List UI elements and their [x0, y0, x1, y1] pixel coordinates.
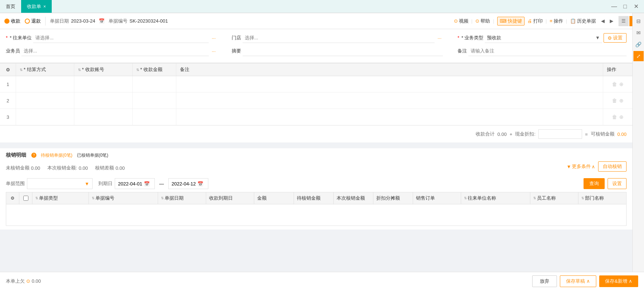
partner-more-btn[interactable]: ··· — [210, 35, 217, 41]
row-2-amount[interactable] — [133, 93, 176, 109]
discount-input[interactable] — [538, 129, 582, 139]
form-settings-btn[interactable]: ⚙ 设置 — [604, 33, 627, 43]
close-button[interactable]: ✕ — [631, 1, 641, 12]
bth-check[interactable] — [19, 192, 32, 204]
row-1-delete-icon[interactable]: 🗑 — [612, 81, 617, 87]
select-all-checkbox[interactable] — [23, 196, 28, 201]
radio-receipt[interactable]: 收款 — [4, 18, 20, 24]
partner-input[interactable] — [33, 33, 209, 43]
row-2-note[interactable] — [176, 93, 603, 109]
bottom-value: 0.00 — [32, 278, 41, 284]
shortcut-btn[interactable]: ⌨ 快捷键 — [497, 17, 525, 26]
help-label: 帮助 — [480, 18, 490, 24]
hexiao-done-tab[interactable]: 已核销单据(0笔) — [77, 152, 109, 158]
date-from-picker[interactable]: 2022-04-01 📅 — [115, 178, 155, 189]
view-list-btn[interactable]: ☰ — [619, 16, 629, 26]
staff-more-btn[interactable]: ··· — [210, 48, 217, 54]
radio-receipt-label: 收款 — [11, 18, 20, 24]
right-sidebar: ⊟ ✉ 🔗 ⤢ — [632, 13, 644, 272]
nav-prev[interactable]: ◀ — [599, 17, 607, 25]
history-icon: 📋 — [570, 18, 576, 24]
row-2-delete-icon[interactable]: 🗑 — [612, 98, 617, 103]
tab-home[interactable]: 首页 — [0, 0, 21, 13]
sidebar-table-icon[interactable]: ⊟ — [633, 16, 644, 26]
row-2-account[interactable] — [74, 93, 133, 109]
row-1-method[interactable] — [16, 76, 74, 92]
hexiao-title: 核销明细 — [6, 152, 26, 158]
date-label: 单据日期 — [50, 18, 69, 24]
sidebar-link-icon[interactable]: 🔗 — [633, 39, 644, 50]
sidebar-expand-icon[interactable]: ⤢ — [633, 51, 644, 61]
tab-current[interactable]: 收款单 × — [21, 0, 52, 13]
maximize-button[interactable]: □ — [620, 1, 630, 12]
row-3-method[interactable] — [16, 109, 74, 125]
range-select[interactable]: ▼ — [27, 178, 93, 189]
nav-next[interactable]: ▶ — [608, 17, 616, 25]
radio-refund-label: 退款 — [31, 18, 41, 24]
help-btn[interactable]: ⊙ 帮助 — [475, 18, 490, 24]
bottom-info-icon[interactable]: ⊙ — [26, 278, 30, 284]
main-toolbar: 收款 退款 单据日期 2023-03-24 📅 单据编号 SK-20230324… — [0, 13, 644, 29]
th-settings[interactable]: ⚙ — [0, 63, 16, 76]
bth-due: 收款到期日 — [206, 192, 254, 204]
range-chevron: ▼ — [85, 181, 89, 187]
bth-partner: ⇅ 往来单位名称 — [461, 192, 530, 204]
history-btn[interactable]: 📋 历史单据 — [570, 18, 596, 24]
divider-1 — [45, 17, 46, 26]
date-picker-icon[interactable]: 📅 — [98, 17, 106, 25]
summary-label: 摘要 — [232, 48, 241, 54]
tab-close-icon[interactable]: × — [43, 4, 46, 9]
hexiao-settings-btn[interactable]: 设置 — [608, 178, 627, 189]
row-1-amount[interactable] — [133, 76, 176, 92]
operation-icon: ≡ — [550, 18, 553, 24]
date-field: 单据日期 2023-03-24 📅 — [50, 17, 106, 25]
row-2-method[interactable] — [16, 93, 74, 109]
print-btn[interactable]: 🖨 打印 — [527, 18, 543, 24]
row-3-note[interactable] — [176, 109, 603, 125]
shortcut-label: 快捷键 — [508, 18, 522, 24]
row-1-account[interactable] — [74, 76, 133, 92]
row-2-copy-icon[interactable]: ⊕ — [619, 98, 624, 103]
total-value: 0.00 — [498, 132, 507, 137]
save-new-button[interactable]: 保存&新增 ∧ — [599, 275, 638, 287]
abandon-button[interactable]: 放弃 — [532, 275, 557, 287]
staff-input[interactable] — [21, 46, 209, 56]
date-to-picker[interactable]: 2022-04-12 📅 — [168, 178, 208, 189]
date-value: 2023-03-24 — [71, 18, 95, 24]
row-3-delete-icon[interactable]: 🗑 — [612, 114, 617, 120]
row-3-amount[interactable] — [133, 109, 176, 125]
hexiao-info-icon[interactable]: ? — [31, 153, 36, 158]
range-field: 单据范围 ▼ — [6, 178, 93, 189]
date-dash: — — [157, 181, 166, 187]
th-note: 备注 — [176, 63, 603, 76]
row-1-copy-icon[interactable]: ⊕ — [619, 81, 624, 87]
biz-type-select[interactable]: 预收款 ▼ — [485, 33, 602, 43]
row-2-action: 🗑 ⊕ — [603, 93, 632, 109]
query-settings-btns: 查询 设置 — [584, 178, 627, 189]
note-input[interactable] — [468, 46, 627, 56]
table-row: 2 🗑 ⊕ — [0, 93, 632, 109]
sidebar-mail-icon[interactable]: ✉ — [633, 28, 644, 38]
section-divider — [0, 142, 632, 145]
video-btn[interactable]: ⊙ 视频 — [454, 18, 468, 24]
query-btn[interactable]: 查询 — [584, 178, 605, 189]
auto-hexiao-btn[interactable]: 自动核销 — [598, 161, 627, 172]
store-more-btn[interactable]: ··· — [436, 35, 443, 41]
more-conditions-btn[interactable]: ▼ 更多条件 ∧ — [566, 163, 595, 170]
row-3-account[interactable] — [74, 109, 133, 125]
hexiao-pending-tab[interactable]: 待核销单据(0笔) — [41, 152, 72, 158]
draft-button[interactable]: 保存草稿 ∧ — [560, 275, 596, 287]
row-1-note[interactable] — [176, 76, 603, 92]
store-input[interactable] — [243, 33, 435, 43]
bth-gear[interactable]: ⚙ — [6, 192, 19, 204]
radio-refund[interactable]: 退款 — [25, 18, 41, 24]
minimize-button[interactable]: — — [609, 1, 619, 12]
bottom-info: 本单上欠 ⊙ 0.00 — [6, 278, 41, 285]
row-3-index: 3 — [0, 109, 16, 125]
summary-input[interactable] — [243, 46, 443, 56]
staff-label: 业务员 — [6, 48, 20, 54]
row-3-copy-icon[interactable]: ⊕ — [619, 114, 624, 120]
tab-current-label: 收款单 — [27, 3, 41, 10]
operation-btn[interactable]: ≡ 操作 — [550, 18, 563, 24]
biz-type-value: 预收款 — [487, 35, 501, 41]
